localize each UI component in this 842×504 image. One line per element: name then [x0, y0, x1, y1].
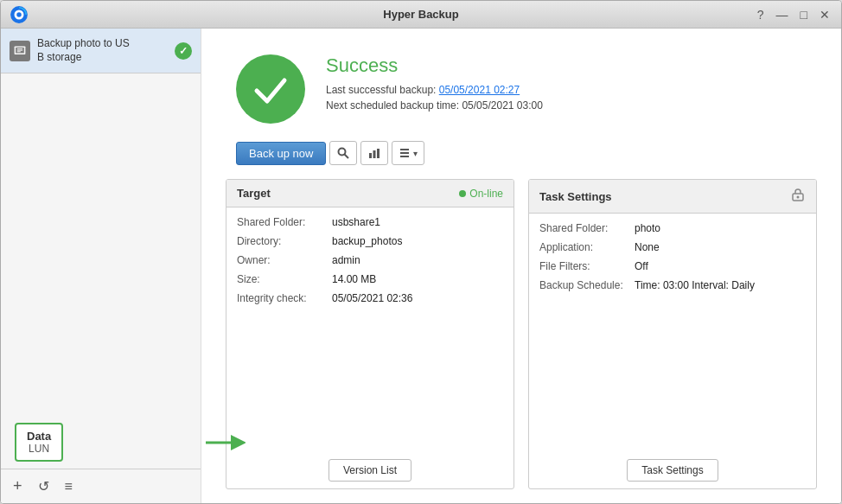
svg-point-19: [797, 196, 800, 199]
target-panel: Target On-line Shared Folder: usbshare1: [226, 179, 514, 489]
svg-rect-16: [400, 152, 409, 154]
minimize-button[interactable]: —: [774, 9, 791, 21]
table-row: Backup Schedule: Time: 03:00 Interval: D…: [539, 279, 806, 291]
online-dot: [459, 190, 466, 197]
backup-task-icon: [10, 41, 30, 61]
success-area: Success Last successful backup: 05/05/20…: [201, 29, 841, 141]
last-backup-row: Last successful backup: 05/05/2021 02:27: [326, 84, 807, 96]
app-window: Hyper Backup ? — □ ✕ Backup photo to USB…: [0, 0, 842, 504]
task-panel-header: Task Settings: [529, 180, 816, 214]
target-panel-footer: Version List: [226, 452, 513, 488]
add-button[interactable]: +: [10, 475, 26, 497]
sidebar-bottombar: + ↺ ≡: [1, 469, 201, 503]
close-button[interactable]: ✕: [817, 9, 832, 21]
svg-rect-17: [400, 156, 409, 157]
task-settings-button[interactable]: Task Settings: [627, 459, 718, 482]
svg-rect-12: [369, 153, 372, 158]
table-row: Integrity check: 05/05/2021 02:36: [237, 292, 503, 304]
main-area: Backup photo to USB storage Data LUN: [1, 29, 841, 503]
app-logo: [10, 5, 29, 24]
row-value: Time: 03:00 Interval: Daily: [635, 279, 755, 291]
table-row: Application: None: [539, 241, 806, 253]
row-label: Backup Schedule:: [539, 279, 635, 291]
svg-rect-13: [373, 150, 376, 158]
table-row: File Filters: Off: [539, 260, 806, 272]
task-panel-body: Shared Folder: photo Application: None F…: [529, 214, 816, 307]
row-label: File Filters:: [539, 260, 635, 272]
table-row: Size: 14.00 MB: [237, 273, 503, 285]
row-label: Integrity check:: [237, 292, 332, 304]
row-label: Application:: [539, 241, 635, 253]
row-label: Directory:: [237, 235, 332, 247]
lock-icon: [790, 187, 806, 206]
success-info: Success Last successful backup: 05/05/20…: [326, 54, 807, 115]
popup-data-label: Data: [27, 430, 51, 443]
row-label: Shared Folder:: [539, 222, 635, 234]
task-panel: Task Settings Shared F: [528, 179, 817, 489]
svg-rect-15: [400, 149, 409, 150]
success-check-icon: [175, 42, 192, 60]
search-button[interactable]: [329, 141, 357, 165]
maximize-button[interactable]: □: [798, 9, 810, 21]
last-backup-time[interactable]: 05/05/2021 02:27: [439, 84, 520, 96]
svg-point-2: [16, 12, 22, 17]
data-popup: Data LUN: [15, 423, 201, 462]
target-panel-body: Shared Folder: usbshare1 Directory: back…: [226, 207, 513, 320]
restore-button[interactable]: ↺: [35, 476, 53, 496]
next-backup-row: Next scheduled backup time: 05/05/2021 0…: [326, 99, 807, 112]
next-backup-time: 05/05/2021 03:00: [462, 99, 542, 112]
row-value: backup_photos: [332, 235, 402, 247]
right-panel: Success Last successful backup: 05/05/20…: [201, 29, 841, 503]
titlebar: Hyper Backup ? — □ ✕: [1, 1, 841, 29]
info-panels: Target On-line Shared Folder: usbshare1: [201, 179, 841, 503]
sidebar-item-label: Backup photo to USB storage: [37, 37, 168, 64]
help-button[interactable]: ?: [755, 9, 767, 21]
row-label: Owner:: [237, 254, 332, 266]
popup-lun-label: LUN: [27, 443, 51, 455]
table-row: Shared Folder: usbshare1: [237, 216, 503, 228]
sidebar: Backup photo to USB storage Data LUN: [1, 29, 201, 503]
success-icon-wrap: [236, 54, 305, 124]
chart-button[interactable]: [360, 141, 388, 165]
table-row: Owner: admin: [237, 254, 503, 266]
svg-line-11: [345, 155, 349, 159]
task-panel-title: Task Settings: [539, 190, 612, 203]
next-backup-label: Next scheduled backup time:: [326, 99, 459, 112]
row-value: Off: [635, 260, 648, 272]
arrow-icon: [204, 434, 246, 451]
last-backup-label: Last successful backup:: [326, 84, 436, 96]
success-title: Success: [326, 54, 807, 77]
row-label: Size:: [237, 273, 332, 285]
log-button[interactable]: ≡: [61, 477, 76, 496]
target-panel-header: Target On-line: [226, 180, 513, 207]
row-value: 05/05/2021 02:36: [332, 292, 412, 304]
sidebar-spacer: [1, 73, 201, 423]
row-value: 14.00 MB: [332, 273, 376, 285]
menu-button[interactable]: ▾: [392, 141, 424, 165]
sidebar-item-backup[interactable]: Backup photo to USB storage: [1, 29, 201, 73]
titlebar-left: [10, 5, 29, 24]
row-value: None: [635, 241, 660, 253]
table-row: Directory: backup_photos: [237, 235, 503, 247]
backup-now-button[interactable]: Back up now: [236, 142, 326, 165]
version-list-button[interactable]: Version List: [329, 459, 411, 482]
target-panel-title: Target: [237, 187, 271, 200]
window-title: Hyper Backup: [383, 8, 458, 21]
popup-box[interactable]: Data LUN: [15, 423, 63, 462]
online-status: On-line: [459, 188, 503, 200]
toolbar-row: Back up now: [201, 141, 841, 179]
svg-rect-14: [377, 149, 380, 158]
table-row: Shared Folder: photo: [539, 222, 806, 234]
row-value: admin: [332, 254, 360, 266]
row-label: Shared Folder:: [237, 216, 332, 228]
success-circle: [236, 54, 305, 124]
row-value: photo: [635, 222, 660, 234]
titlebar-controls: ? — □ ✕: [755, 9, 832, 21]
online-label: On-line: [469, 188, 503, 200]
row-value: usbshare1: [332, 216, 380, 228]
svg-point-10: [339, 149, 346, 156]
task-panel-footer: Task Settings: [529, 452, 816, 488]
